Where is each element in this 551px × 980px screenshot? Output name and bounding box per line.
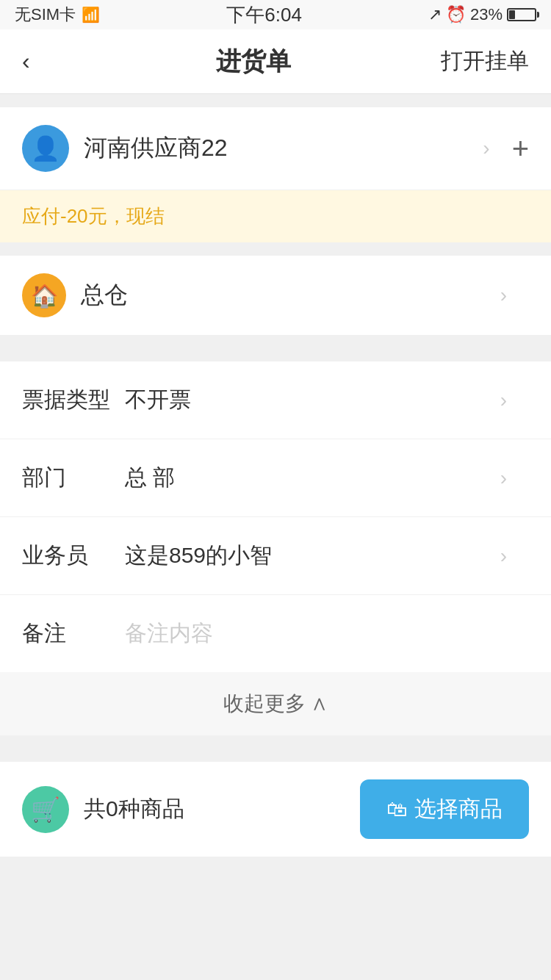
- supplier-name: 河南供应商22: [84, 132, 483, 165]
- battery-percent: 23%: [470, 5, 503, 24]
- notice-banner: 应付-20元，现结: [0, 190, 551, 242]
- salesman-chevron-icon: ›: [500, 544, 507, 568]
- product-section: 🛒 共0种商品 🛍 选择商品: [0, 762, 551, 857]
- wifi-icon: 📶: [82, 6, 100, 24]
- main-content: 👤 河南供应商22 › + 应付-20元，现结 🏠 总仓 › 票据类型 不开票 …: [0, 94, 551, 980]
- back-button[interactable]: ‹: [22, 48, 66, 75]
- section-divider-2: [0, 335, 551, 348]
- location-icon: ↗: [428, 5, 442, 24]
- warehouse-icon: 🏠: [31, 283, 58, 309]
- salesman-label: 业务员: [22, 541, 110, 571]
- warehouse-row[interactable]: 🏠 总仓 ›: [0, 256, 551, 335]
- remark-input[interactable]: 备注内容: [110, 619, 529, 649]
- nav-bar: ‹ 进货单 打开挂单: [0, 29, 551, 94]
- supplier-section: 👤 河南供应商22 › + 应付-20元，现结: [0, 107, 551, 242]
- department-chevron-icon: ›: [500, 466, 507, 490]
- remark-label: 备注: [22, 619, 110, 649]
- product-icon: 🛒: [31, 796, 60, 824]
- invoice-type-chevron-icon: ›: [500, 389, 507, 412]
- section-gap-1: [0, 94, 551, 107]
- salesman-value: 这是859的小智: [110, 541, 500, 571]
- select-goods-button[interactable]: 🛍 选择商品: [360, 779, 529, 839]
- warehouse-icon-wrap: 🏠: [22, 273, 66, 317]
- invoice-type-row[interactable]: 票据类型 不开票 ›: [0, 361, 551, 439]
- alarm-icon: ⏰: [446, 5, 466, 24]
- department-value: 总 部: [110, 463, 500, 493]
- status-right: ↗ ⏰ 23%: [428, 5, 536, 24]
- status-bar: 无SIM卡 📶 下午6:04 ↗ ⏰ 23%: [0, 0, 551, 29]
- invoice-type-label: 票据类型: [22, 385, 110, 415]
- section-divider-3: [0, 735, 551, 749]
- add-supplier-button[interactable]: +: [512, 134, 529, 163]
- remark-row[interactable]: 备注 备注内容: [0, 595, 551, 672]
- supplier-avatar: 👤: [22, 125, 69, 172]
- select-goods-icon: 🛍: [386, 797, 407, 821]
- open-pending-button[interactable]: 打开挂单: [441, 46, 529, 76]
- form-section: 票据类型 不开票 › 部门 总 部 › 业务员 这是859的小智 › 备注 备注…: [0, 361, 551, 672]
- salesman-row[interactable]: 业务员 这是859的小智 ›: [0, 517, 551, 595]
- supplier-row[interactable]: 👤 河南供应商22 › +: [0, 107, 551, 190]
- supplier-chevron-icon: ›: [483, 137, 489, 160]
- status-time: 下午6:04: [226, 2, 302, 28]
- status-left: 无SIM卡 📶: [15, 4, 100, 26]
- section-divider-1: [0, 242, 551, 256]
- select-goods-label: 选择商品: [414, 794, 503, 824]
- avatar-icon: 👤: [31, 134, 60, 162]
- product-count: 共0种商品: [84, 794, 345, 824]
- department-label: 部门: [22, 463, 110, 493]
- page-title: 进货单: [216, 45, 291, 79]
- battery-icon: [507, 8, 536, 21]
- carrier-label: 无SIM卡: [15, 4, 76, 26]
- warehouse-name: 总仓: [81, 279, 500, 311]
- warehouse-chevron-icon: ›: [500, 284, 507, 307]
- collapse-toggle[interactable]: 收起更多 ∧: [0, 672, 551, 735]
- invoice-type-value: 不开票: [110, 385, 500, 415]
- product-icon-wrap: 🛒: [22, 786, 69, 833]
- department-row[interactable]: 部门 总 部 ›: [0, 439, 551, 517]
